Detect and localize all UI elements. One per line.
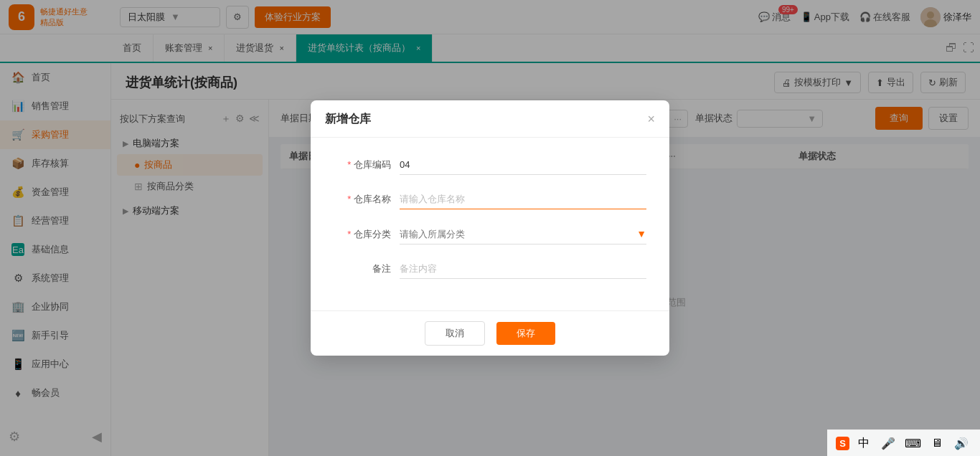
category-dropdown-arrow: ▼ <box>636 228 646 239</box>
bottom-bar: S 中 🎤 ⌨ 🖥 🔊 <box>827 429 980 456</box>
s-logo: S <box>836 437 849 450</box>
add-warehouse-modal: 新增仓库 × 仓库编码 仓库名称 仓库分类 ▼ 备注 <box>311 100 669 356</box>
warehouse-name-input[interactable] <box>400 189 646 209</box>
modal-close-button[interactable]: × <box>647 112 655 127</box>
cancel-button[interactable]: 取消 <box>425 321 485 346</box>
keyboard-icon[interactable]: ⌨ <box>903 433 923 453</box>
warehouse-code-label: 仓库编码 <box>334 158 391 171</box>
warehouse-category-input[interactable] <box>400 229 636 239</box>
monitor-icon[interactable]: 🖥 <box>927 433 947 453</box>
warehouse-category-select[interactable]: ▼ <box>400 224 646 244</box>
save-button[interactable]: 保存 <box>496 322 555 345</box>
modal-body: 仓库编码 仓库名称 仓库分类 ▼ 备注 <box>311 138 669 310</box>
warehouse-name-row: 仓库名称 <box>334 189 646 209</box>
warehouse-category-label: 仓库分类 <box>334 228 391 241</box>
warehouse-code-row: 仓库编码 <box>334 155 646 175</box>
warehouse-note-label: 备注 <box>334 262 391 275</box>
volume-icon[interactable]: 🔊 <box>951 433 971 453</box>
modal-footer: 取消 保存 <box>311 310 669 356</box>
warehouse-code-input[interactable] <box>400 155 646 175</box>
modal-title: 新增仓库 <box>325 112 371 127</box>
warehouse-note-input[interactable] <box>400 259 646 279</box>
microphone-icon[interactable]: 🎤 <box>878 433 898 453</box>
chinese-input-icon[interactable]: 中 <box>854 433 874 453</box>
warehouse-name-label: 仓库名称 <box>334 193 391 206</box>
warehouse-note-row: 备注 <box>334 259 646 279</box>
warehouse-category-row: 仓库分类 ▼ <box>334 224 646 244</box>
modal-header: 新增仓库 × <box>311 100 669 138</box>
modal-overlay[interactable]: 新增仓库 × 仓库编码 仓库名称 仓库分类 ▼ 备注 <box>0 0 980 456</box>
